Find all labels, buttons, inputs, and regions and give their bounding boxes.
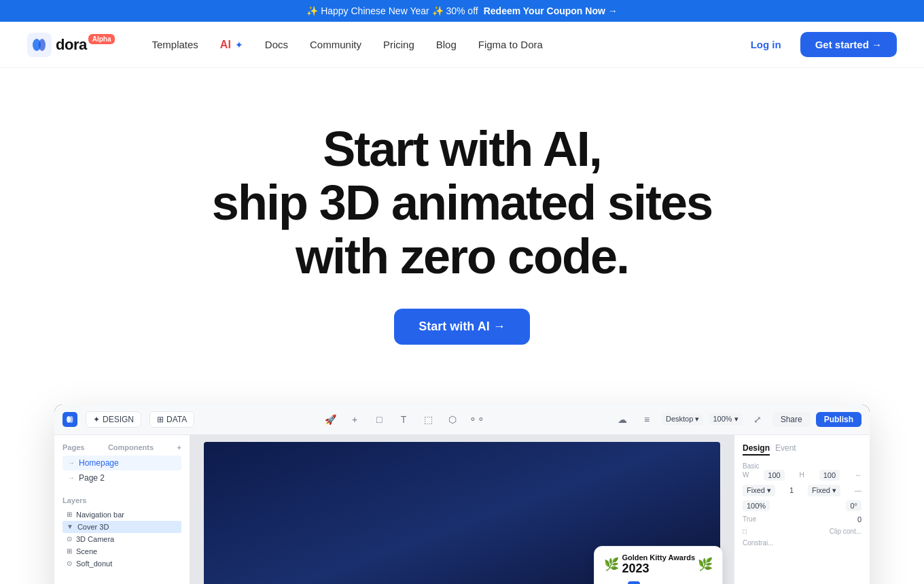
nav-community[interactable]: Community [300, 33, 371, 56]
layer-camera-label: 3D Camera [76, 535, 114, 543]
prop-w-value[interactable]: 100 [764, 470, 784, 481]
prop-h-value[interactable]: 100 [819, 470, 840, 481]
tab-event[interactable]: Event [775, 443, 796, 456]
logo-link[interactable]: dora Alpha [27, 33, 115, 57]
page-homepage[interactable]: Homepage [63, 456, 181, 470]
get-started-button[interactable]: Get started → [800, 32, 897, 57]
layer-navbar-icon: ⊞ [67, 511, 72, 518]
layer-cover3d[interactable]: ▼ Cover 3D [63, 521, 181, 533]
toolbar-icon-image[interactable]: ⬚ [419, 410, 438, 429]
canvas-area[interactable]: 🌿 Golden Kitty Awards 2023 🌿 [190, 435, 734, 584]
tab-design[interactable]: Design [743, 443, 770, 456]
toolbar-icon-rocket[interactable]: 🚀 [321, 410, 340, 429]
layer-cover3d-icon: ▼ [67, 523, 73, 530]
made-in-dora: Made in Dora [628, 581, 689, 584]
publish-button[interactable]: Publish [816, 412, 861, 427]
wreath-left-icon: 🌿 [604, 557, 619, 572]
toolbar-icon-plus[interactable]: + [345, 410, 364, 429]
prop-fixed-row: Fixed ▾ 1 Fixed ▾ — [743, 485, 861, 496]
layers-section: Layers ⊞ Navigation bar ▼ Cover 3D ⊙ 3D … [63, 496, 181, 570]
prop-opacity[interactable]: 100% [743, 500, 770, 511]
data-label: DATA [166, 415, 187, 424]
right-panel: Design Event Basic W 100 H 100 ↔ Fixed ▾… [734, 435, 870, 584]
nav-docs[interactable]: Docs [255, 33, 298, 56]
page2-label: Page 2 [79, 473, 105, 483]
toolbar-icon-shape[interactable]: ⬡ [443, 410, 462, 429]
prop-dash: — [855, 487, 861, 494]
share-button[interactable]: Share [772, 412, 811, 427]
toolbar-layers-icon[interactable]: ≡ [637, 410, 656, 429]
layer-scene-label: Scene [76, 547, 97, 555]
hero-line3: with zero code. [296, 229, 628, 284]
toolbar-icon-component[interactable]: ⚬⚬ [467, 410, 486, 429]
page-2[interactable]: Page 2 [63, 470, 181, 485]
prop-fixed1-val: 1 [789, 486, 794, 494]
nav-blog[interactable]: Blog [427, 33, 466, 56]
toolbar-icon-text[interactable]: T [394, 410, 413, 429]
login-button[interactable]: Log in [740, 33, 792, 56]
prop-w-label: W [743, 471, 749, 479]
pages-section-header: Pages Components + [63, 443, 181, 451]
data-icon: ⊞ [157, 415, 164, 424]
design-label: DESIGN [103, 415, 134, 424]
components-label: Components [108, 443, 154, 451]
layer-navbar[interactable]: ⊞ Navigation bar [63, 509, 181, 521]
layers-label: Layers [63, 496, 86, 504]
nav-figma[interactable]: Figma to Dora [469, 33, 552, 56]
nav-links: Templates AI ✦ Docs Community Pricing Bl… [142, 33, 739, 56]
toolbar-tab-design[interactable]: ✦ DESIGN [86, 411, 141, 428]
layer-donut-label: Soft_donut [76, 560, 112, 568]
nav-pricing[interactable]: Pricing [374, 33, 424, 56]
golden-kitty-badge: 🌿 Golden Kitty Awards 2023 🌿 [594, 546, 723, 584]
svg-point-4 [70, 416, 73, 423]
banner-cta[interactable]: Redeem Your Coupon Now → [484, 5, 618, 16]
app-preview: ✦ DESIGN ⊞ DATA 🚀 + □ T ⬚ ⬡ ⚬⚬ ☁ ≡ Deskt… [27, 405, 897, 584]
nav-ai[interactable]: AI ✦ [211, 33, 253, 56]
layer-camera[interactable]: ⊙ 3D Camera [63, 533, 181, 545]
layer-scene-icon: ⊞ [67, 547, 72, 555]
dora-mini-logo-icon [628, 581, 640, 584]
prop-clip-row: □ Clip cont... [743, 528, 861, 535]
sparkle-icon: ✦ [235, 39, 243, 50]
nav-templates[interactable]: Templates [142, 33, 207, 56]
left-panel: Pages Components + Homepage Page 2 Layer… [54, 435, 190, 584]
toolbar-icon-rectangle[interactable]: □ [370, 410, 389, 429]
hero-line2: ship 3D animated sites [212, 175, 712, 230]
prop-fixed1[interactable]: Fixed ▾ [743, 485, 775, 496]
hero-section: Start with AI, ship 3D animated sites wi… [0, 68, 924, 372]
toolbar-desktop-select[interactable]: Desktop ▾ [662, 413, 703, 425]
layer-scene[interactable]: ⊞ Scene [63, 545, 181, 557]
hero-line1: Start with AI, [323, 122, 601, 176]
top-banner: ✨ Happy Chinese New Year ✨ 30% off Redee… [0, 0, 924, 22]
nav-actions: Log in Get started → [740, 32, 897, 57]
navbar: dora Alpha Templates AI ✦ Docs Community… [0, 22, 924, 68]
prop-visible-label: True [743, 515, 756, 523]
prop-rotation[interactable]: 0° [846, 500, 861, 511]
banner-text: ✨ Happy Chinese New Year ✨ 30% off [306, 5, 478, 16]
layer-donut[interactable]: ⊙ Soft_donut [63, 557, 181, 570]
prop-visible-val: 0 [857, 515, 861, 523]
prop-h-label: H [800, 471, 804, 479]
prop-fixed2[interactable]: Fixed ▾ [808, 485, 840, 496]
toolbar-zoom[interactable]: 100% ▾ [709, 413, 742, 425]
layer-donut-icon: ⊙ [67, 560, 72, 567]
hero-cta-button[interactable]: Start with AI → [394, 309, 529, 345]
hero-title: Start with AI, ship 3D animated sites wi… [156, 122, 768, 284]
prop-visible-row: True 0 [743, 515, 861, 523]
toolbar-right: ☁ ≡ Desktop ▾ 100% ▾ ⤢ Share Publish [613, 410, 861, 429]
ai-label: AI [220, 39, 231, 51]
basic-label: Basic [743, 462, 861, 470]
homepage-label: Homepage [79, 458, 119, 468]
app-frame: ✦ DESIGN ⊞ DATA 🚀 + □ T ⬚ ⬡ ⚬⚬ ☁ ≡ Deskt… [54, 405, 870, 584]
toolbar-cloud-icon[interactable]: ☁ [613, 410, 632, 429]
toolbar-logo [63, 412, 77, 427]
layers-header: Layers [63, 496, 181, 504]
add-page-icon[interactable]: + [177, 443, 181, 451]
prop-wh: W 100 H 100 ↔ [743, 470, 861, 481]
toolbar-expand-icon[interactable]: ⤢ [748, 410, 767, 429]
kitty-year: 2023 [622, 562, 695, 576]
prop-link-icon: ↔ [855, 471, 861, 479]
svg-rect-5 [628, 581, 640, 584]
toolbar-logo-icon [65, 415, 75, 424]
toolbar-tab-data[interactable]: ⊞ DATA [149, 411, 194, 428]
